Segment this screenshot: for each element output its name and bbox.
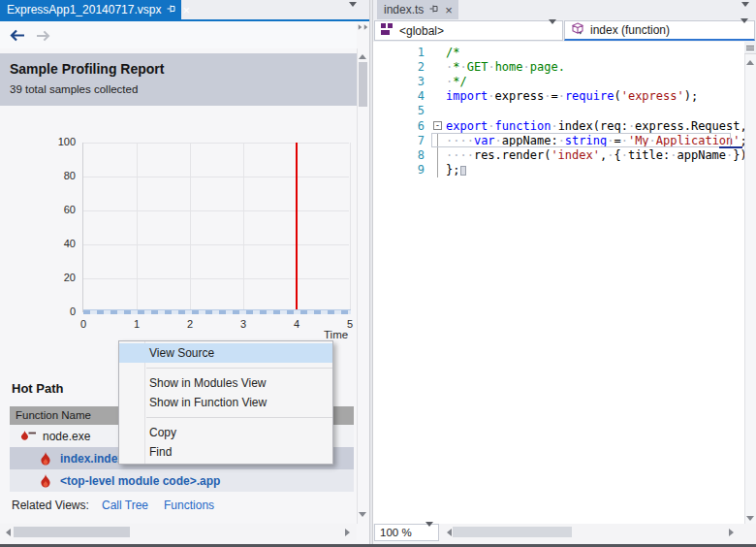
tab-index-ts[interactable]: index.ts × (377, 0, 458, 19)
x-tick-label: 3 (234, 318, 253, 330)
scroll-down-icon[interactable] (357, 508, 368, 520)
y-tick-label: 60 (41, 204, 76, 215)
menu-item-copy[interactable]: Copy (119, 423, 332, 442)
chart-gridline (243, 143, 244, 312)
code-token: 'My (628, 134, 649, 147)
function-name-text[interactable]: index.index (60, 452, 124, 466)
scope-dropdown[interactable]: <global> (374, 20, 563, 41)
chart-gridline (83, 244, 349, 245)
code-line-1[interactable]: 1/* (373, 45, 744, 59)
code-token: appName (677, 148, 727, 162)
vertical-scrollbar[interactable] (744, 42, 756, 524)
tab-expressapp-vspx[interactable]: ExpressApp1_20140717.vspx × (0, 0, 181, 19)
process-flame-icon (19, 430, 37, 442)
chart-plot: 020406080100012345Time (82, 143, 349, 312)
code-token: · (488, 119, 494, 133)
scroll-down-icon[interactable] (744, 512, 756, 524)
code-line-9[interactable]: 9}; (373, 163, 744, 177)
zoom-level-value: 100 % (380, 527, 412, 538)
chart-spike (296, 143, 298, 312)
code-token: · (459, 60, 466, 74)
code-token: /* (446, 46, 459, 59)
vertical-scrollbar[interactable] (357, 48, 369, 524)
related-view-link-functions[interactable]: Functions (164, 499, 214, 512)
member-value: index (function) (590, 23, 670, 37)
chart-gridline (350, 143, 351, 312)
close-icon[interactable]: × (182, 4, 190, 16)
method-icon (571, 22, 584, 38)
code-text: }; (446, 163, 466, 177)
splitter-handle-icon[interactable] (744, 42, 756, 54)
close-icon[interactable]: × (445, 4, 453, 16)
code-line-8[interactable]: 8····res.render('index',·{·title:·appNam… (373, 147, 744, 162)
table-row-top-level-module-code-app[interactable]: <top-level module code>.app (10, 469, 354, 492)
visual-studio-window: ExpressApp1_20140717.vspx × Sample Profi… (0, 0, 756, 547)
tab-title: ExpressApp1_20140717.vspx (7, 3, 161, 16)
scrollbar-thumb[interactable] (14, 527, 130, 537)
pin-icon[interactable] (167, 3, 176, 16)
y-tick-label: 100 (41, 136, 76, 147)
code-token: page. (530, 60, 565, 74)
code-token: import (446, 89, 488, 103)
back-arrow-icon[interactable] (10, 28, 26, 46)
line-number: 2 (373, 60, 429, 74)
page-title: Sample Profiling Report (10, 61, 164, 77)
navigation-bar: <global> index (function) (373, 19, 756, 42)
menu-item-find[interactable]: Find (119, 442, 332, 462)
fold-margin (429, 104, 446, 118)
menu-item-show-in-function-view[interactable]: Show in Function View (119, 393, 332, 412)
menu-separator (146, 363, 332, 369)
code-line-3[interactable]: 3·*/ (373, 74, 744, 88)
related-view-link-call-tree[interactable]: Call Tree (102, 499, 148, 512)
pin-icon[interactable] (429, 3, 439, 16)
code-editor[interactable]: 1/*2·*·GET·home·page.3·*/4import·express… (373, 42, 744, 524)
code-token: function (495, 119, 551, 133)
y-tick-label: 80 (41, 170, 76, 181)
scroll-up-icon[interactable] (744, 56, 756, 68)
code-text: ·*/ (446, 75, 467, 88)
code-token: }) (733, 148, 744, 162)
code-line-6[interactable]: 6-export·function·index(req:·express.Req… (373, 118, 744, 133)
chart-gridline (83, 177, 349, 177)
fold-collapse-icon[interactable]: - (433, 121, 442, 130)
code-line-5[interactable]: 5 (373, 104, 744, 118)
scroll-left-icon[interactable] (2, 527, 14, 538)
function-name-text[interactable]: <top-level module code>.app (60, 474, 220, 488)
code-token: · (621, 148, 628, 162)
flame-icon (37, 474, 54, 488)
code-token: GET (467, 60, 488, 74)
code-token: string (565, 134, 607, 147)
related-views-label: Related Views: (12, 499, 89, 512)
code-token: · (551, 119, 557, 133)
scroll-right-icon[interactable] (341, 527, 353, 538)
code-token: · (495, 134, 502, 147)
fold-margin (429, 89, 446, 104)
scroll-up-icon[interactable] (357, 50, 368, 62)
code-token: = (614, 134, 620, 147)
zoom-level-dropdown[interactable]: 100 % (374, 524, 439, 541)
code-token: }; (446, 163, 459, 177)
code-token: title: (628, 148, 670, 162)
code-text: /* (446, 46, 459, 59)
line-number: 9 (373, 163, 429, 177)
code-line-2[interactable]: 2·*·GET·home·page. (373, 59, 744, 74)
y-tick-label: 0 (41, 306, 76, 317)
right-tab-strip: index.ts × (373, 0, 756, 19)
scroll-right-icon[interactable] (725, 527, 737, 538)
code-text: export·function·index(req:·express.Reque… (446, 119, 744, 133)
x-axis-baseline (83, 309, 351, 314)
scrollbar-thumb[interactable] (453, 527, 572, 537)
member-dropdown[interactable]: index (function) (564, 20, 755, 41)
code-token: · (649, 134, 656, 147)
forward-arrow-icon[interactable] (35, 28, 50, 46)
scrollbar-thumb[interactable] (359, 62, 367, 107)
related-views: Related Views: Call TreeFunctions (12, 499, 89, 512)
code-line-7[interactable]: 7····var·appName:·string·=·'My·Applicati… (373, 133, 744, 147)
code-line-4[interactable]: 4import·express·=·require('express'); (373, 89, 744, 104)
code-token: index(req: (558, 119, 628, 133)
x-tick-label: 2 (180, 318, 200, 330)
toolbar-overflow-icon[interactable] (357, 23, 369, 31)
line-number: 6 (373, 119, 429, 133)
menu-item-view-source[interactable]: View Source (119, 343, 332, 363)
menu-item-show-in-modules-view[interactable]: Show in Modules View (119, 373, 332, 393)
